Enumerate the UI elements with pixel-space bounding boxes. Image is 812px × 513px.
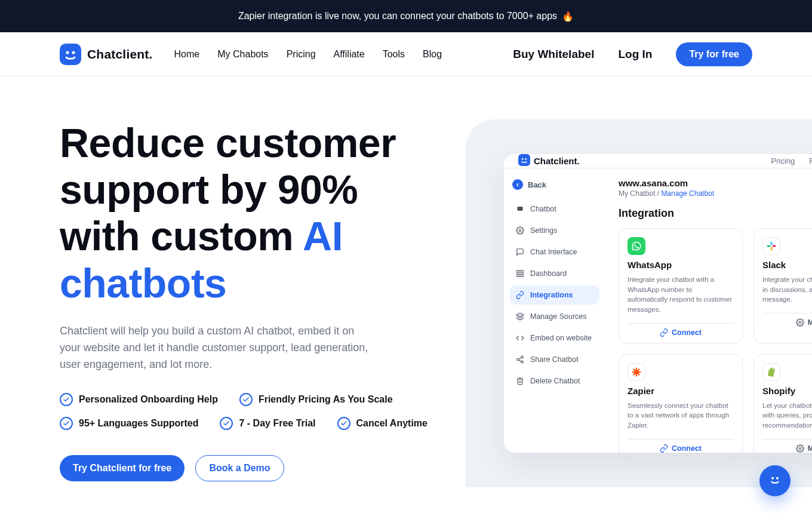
try-chatclient-button[interactable]: Try Chatclient for free: [60, 455, 184, 481]
preview-brand: Chatclient.: [518, 154, 580, 168]
hero-left: Reduce customer support by 90% with cust…: [60, 119, 442, 487]
nav-link-blog[interactable]: Blog: [423, 49, 442, 60]
svg-point-13: [521, 356, 524, 358]
link-icon: [660, 328, 668, 337]
integration-action-connect: Connect: [628, 323, 734, 337]
preview-sidebar-item: Manage Sources: [510, 307, 599, 326]
preview-sidebar-label: Embed on website: [530, 334, 592, 342]
svg-rect-11: [517, 274, 519, 277]
feature-label: 7 - Day Free Trial: [239, 418, 315, 429]
feature-item: Friendly Pricing As You Scale: [239, 393, 393, 406]
share-icon: [516, 355, 524, 364]
nav-link-pricing[interactable]: Pricing: [287, 49, 316, 60]
preview-sidebar-item: Share Chatbot: [510, 350, 599, 369]
svg-point-14: [517, 358, 519, 361]
integration-card: Shopify Let your chatbot assist Shopify …: [753, 354, 812, 459]
svg-rect-20: [771, 247, 773, 251]
integration-action-manage: Manage: [762, 313, 812, 327]
whatsapp-icon: [628, 237, 645, 255]
preview-sidebar-item: Dashboard: [510, 264, 599, 283]
book-demo-button[interactable]: Book a Demo: [195, 455, 284, 481]
svg-marker-12: [516, 313, 524, 317]
nav-right: Buy Whitelabel Log In Try for free: [513, 42, 752, 66]
integration-desc: Integrate your chatbot with a WhatsApp n…: [628, 275, 734, 315]
svg-point-2: [72, 51, 75, 54]
integration-card: WhatsApp Integrate your chatbot with a W…: [619, 228, 743, 343]
feature-item: 7 - Day Free Trial: [220, 417, 315, 430]
integration-desc: Integrate your chatbot with Slack in dis…: [762, 275, 812, 305]
link-icon: [516, 291, 524, 299]
login-link[interactable]: Log In: [618, 48, 652, 61]
preview-topbar: Chatclient. Pricing Featured Chatbots My…: [504, 154, 812, 168]
nav-links: Home My Chabots Pricing Affiliate Tools …: [174, 49, 442, 60]
feature-label: 95+ Languages Supported: [79, 418, 198, 429]
preview-sidebar-item: Embed on website: [510, 328, 599, 348]
svg-rect-18: [771, 242, 773, 245]
svg-point-22: [799, 321, 801, 324]
buy-whitelabel-link[interactable]: Buy Whitelabel: [513, 48, 594, 61]
chatbot-icon: [516, 205, 524, 213]
svg-point-5: [525, 158, 527, 160]
preview-sidebar-label: Share Chatbot: [530, 355, 579, 364]
preview-sidebar-label: Dashboard: [530, 269, 567, 278]
preview-back: ‹ Back: [510, 178, 599, 191]
svg-rect-8: [517, 271, 519, 273]
preview-sidebar-item: Settings: [510, 221, 599, 240]
integration-action-connect: Connect: [628, 439, 734, 453]
integration-action-manage: Manage: [762, 439, 812, 453]
svg-point-4: [522, 158, 524, 160]
svg-rect-19: [767, 245, 771, 247]
svg-rect-10: [521, 274, 523, 277]
svg-line-17: [519, 358, 521, 359]
arrow-left-icon: ‹: [512, 179, 523, 190]
svg-point-30: [776, 477, 779, 480]
preview-sidebar-item-active: Integrations: [510, 285, 599, 305]
navbar: Chatclient. Home My Chabots Pricing Affi…: [0, 32, 812, 76]
gear-icon: [516, 226, 524, 235]
preview-back-label: Back: [528, 180, 546, 189]
try-for-free-button[interactable]: Try for free: [676, 42, 752, 66]
brand-logo-icon: [60, 44, 81, 65]
feature-list: Personalized Onboarding Help Friendly Pr…: [60, 393, 442, 430]
integration-action-label: Manage: [808, 318, 812, 327]
integration-action-label: Manage: [808, 444, 812, 453]
integration-action-label: Connect: [672, 328, 702, 337]
announcement-bar[interactable]: Zapier integration is live now, you can …: [0, 0, 812, 32]
brand[interactable]: Chatclient.: [60, 44, 153, 65]
chat-icon: [516, 248, 524, 256]
nav-link-home[interactable]: Home: [174, 49, 200, 60]
preview-sidebar-item: Delete Chatbot: [510, 371, 599, 391]
preview-window: Chatclient. Pricing Featured Chatbots My…: [504, 154, 812, 453]
feature-item: Personalized Onboarding Help: [60, 393, 218, 406]
preview-main: www.asana.com My Chatbot / Manage Chatbo…: [605, 168, 812, 469]
breadcrumb-prefix: My Chatbot /: [619, 189, 659, 198]
nav-link-affiliate[interactable]: Affiliate: [334, 49, 365, 60]
svg-point-15: [521, 361, 524, 363]
svg-rect-0: [60, 44, 81, 65]
breadcrumb-active: Manage Chatbot: [661, 189, 714, 198]
preview-body: ‹ Back Chatbot Settings Chat Interface D…: [504, 168, 812, 469]
feature-label: Personalized Onboarding Help: [79, 394, 218, 405]
nav-link-my-chatbots[interactable]: My Chabots: [217, 49, 268, 60]
integration-desc: Let your chatbot assist Shopify with que…: [762, 401, 812, 431]
check-icon: [220, 417, 233, 430]
link-icon: [660, 444, 668, 453]
nav-link-tools[interactable]: Tools: [383, 49, 405, 60]
check-icon: [60, 417, 73, 430]
fire-icon: 🔥: [562, 11, 574, 22]
gear-icon: [796, 444, 804, 453]
trash-icon: [516, 377, 524, 385]
preview-breadcrumb: My Chatbot / Manage Chatbot: [619, 189, 812, 198]
chat-bubble-icon: [767, 471, 783, 487]
preview-nav-link: Featured Chatbots: [809, 156, 812, 165]
preview-sidebar-label: Settings: [530, 226, 557, 235]
hero-title: Reduce customer support by 90% with cust…: [60, 119, 442, 306]
preview-sidebar-label: Integrations: [530, 291, 573, 299]
svg-rect-3: [518, 154, 530, 166]
layers-icon: [516, 312, 524, 321]
brand-logo-icon: [518, 154, 530, 168]
preview-sidebar-label: Delete Chatbot: [530, 377, 580, 385]
feature-item: Cancel Anytime: [337, 417, 427, 430]
preview-brand-name: Chatclient.: [534, 156, 580, 166]
preview-sidebar-label: Manage Sources: [530, 312, 587, 321]
